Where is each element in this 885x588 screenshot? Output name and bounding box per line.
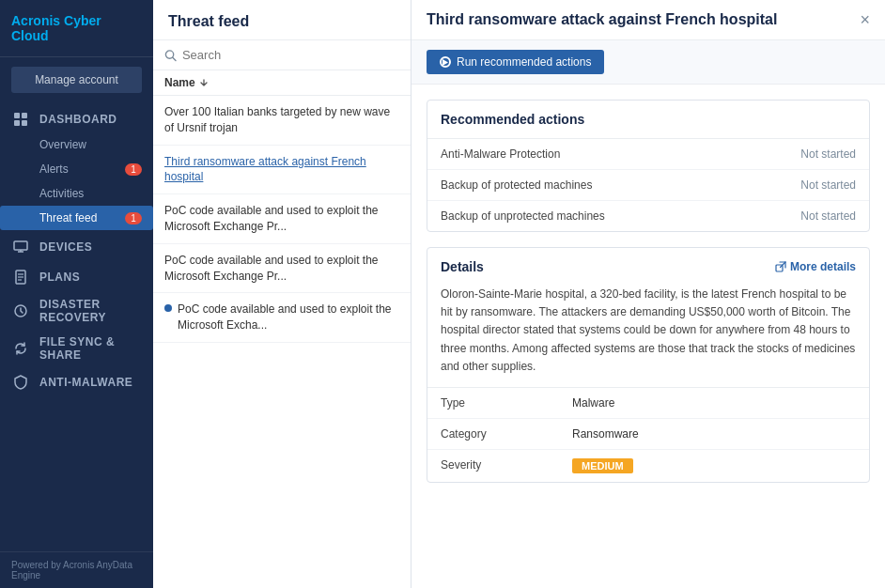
recommended-actions-heading: Recommended actions [427,101,869,139]
detail-body: Recommended actions Anti-Malware Protect… [411,85,885,588]
grid-icon [11,110,30,129]
svg-marker-14 [442,59,448,66]
sidebar-item-anti-malware[interactable]: ANTI-MALWARE [0,365,153,395]
field-row-category: Category Ransomware [427,419,869,450]
sort-icon [199,78,209,87]
field-row-severity: Severity MEDIUM [427,450,869,482]
sidebar-dashboard-label: DASHBOARD [39,113,117,126]
alerts-badge: 1 [125,163,142,176]
list-item[interactable]: PoC code available and used to exploit t… [153,194,411,244]
more-details-link[interactable]: More details [775,260,856,273]
external-link-icon [775,261,786,272]
field-row-type: Type Malware [427,388,869,419]
svg-rect-4 [14,241,27,250]
threat-feed-badge: 1 [125,212,142,224]
list-item[interactable]: PoC code available and used to exploit t… [153,293,411,343]
sidebar-logo: Acronis Cyber Cloud [0,0,153,57]
sidebar-anti-malware-label: ANTI-MALWARE [39,376,132,389]
list-header: Name [153,70,411,96]
sidebar-item-file-sync[interactable]: FILE SYNC & SHARE [0,328,153,365]
svg-rect-0 [14,113,20,118]
details-section-header: Details More details [427,248,869,286]
sidebar-file-sync-label: FILE SYNC & SHARE [39,335,142,362]
sidebar-item-alerts[interactable]: Alerts 1 [0,157,153,181]
detail-header: Third ransomware attack against French h… [411,0,885,40]
search-input[interactable] [182,48,399,62]
sidebar-item-plans[interactable]: PLANS [0,260,153,290]
sidebar-footer: Powered by Acronis AnyData Engine [0,551,153,588]
recommended-actions-section: Recommended actions Anti-Malware Protect… [427,100,870,232]
list-item[interactable]: Third ransomware attack against French h… [153,146,411,195]
close-button[interactable]: × [860,11,870,28]
active-dot [164,304,172,312]
svg-rect-3 [22,120,27,126]
detail-title: Third ransomware attack against French h… [427,11,777,28]
file-icon [11,268,30,286]
sidebar-item-overview[interactable]: Overview [0,132,153,157]
svg-rect-2 [14,120,20,126]
action-row: Backup of protected machines Not started [427,170,869,201]
sidebar-item-devices[interactable]: DEVICES [0,230,153,260]
detail-panel: Third ransomware attack against French h… [411,0,885,588]
detail-actions: Run recommended actions [411,40,885,85]
logo-acronis: Acronis [11,13,60,28]
sidebar-item-dashboard[interactable]: DASHBOARD [0,102,153,132]
search-icon [164,49,177,62]
sidebar-plans-label: PLANS [39,271,80,284]
threat-feed-panel: Threat feed Name Over 100 Italian banks … [153,0,411,588]
sidebar: Acronis Cyber Cloud Manage account DASHB… [0,0,153,588]
list-item[interactable]: PoC code available and used to exploit t… [153,244,411,294]
details-section: Details More details Oloron-Sainte-Marie… [427,247,870,483]
play-icon [440,56,451,68]
search-bar[interactable] [153,40,411,70]
action-row: Backup of unprotected machines Not start… [427,201,869,231]
monitor-icon [11,238,30,256]
sidebar-item-threat-feed[interactable]: Threat feed 1 [0,206,153,230]
svg-line-13 [173,57,176,60]
sidebar-item-activities[interactable]: Activities [0,181,153,206]
sidebar-disaster-label: DISASTER RECOVERY [39,298,142,324]
severity-badge: MEDIUM [572,458,633,473]
sidebar-devices-label: DEVICES [39,240,92,254]
action-row: Anti-Malware Protection Not started [427,139,869,170]
detail-description: Oloron-Sainte-Marie hospital, a 320-bed … [427,286,869,388]
run-recommended-actions-button[interactable]: Run recommended actions [427,50,604,74]
threat-feed-title: Threat feed [153,0,411,40]
sidebar-item-disaster-recovery[interactable]: DISASTER RECOVERY [0,290,153,328]
sidebar-nav: DASHBOARD Overview Alerts 1 Activities T… [0,102,153,551]
disaster-icon [11,302,30,320]
list-item[interactable]: Over 100 Italian banks targeted by new w… [153,96,411,146]
sync-icon [11,339,30,358]
svg-rect-1 [22,113,27,118]
manage-account-button[interactable]: Manage account [11,67,142,93]
shield-icon [11,373,30,392]
content-area: Threat feed Name Over 100 Italian banks … [153,0,885,588]
